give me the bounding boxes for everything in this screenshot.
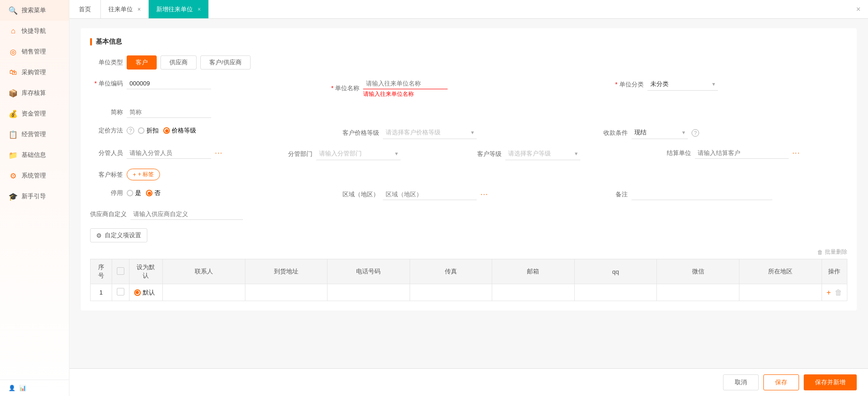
customer-level-select[interactable]: 请选择客户等级 ▾ bbox=[505, 148, 580, 160]
unit-name-input[interactable] bbox=[363, 78, 448, 89]
btn-supplier[interactable]: 供应商 bbox=[160, 55, 197, 70]
region-more-icon[interactable]: ··· bbox=[480, 190, 488, 199]
th-phone: 电话号码 bbox=[327, 259, 410, 284]
add-row-icon[interactable]: + bbox=[827, 288, 831, 297]
add-tag-button[interactable]: + + 标签 bbox=[127, 169, 160, 180]
save-new-button[interactable]: 保存并新增 bbox=[804, 374, 857, 390]
table-header-row: 序号 设为默认 联系人 到货地址 电话号码 传真 邮箱 qq 微信 所在地区 操… bbox=[91, 259, 847, 284]
unit-name-label: 单位名称 bbox=[327, 84, 359, 93]
sidebar-item-label: 新手引导 bbox=[22, 192, 46, 201]
email-input[interactable] bbox=[497, 289, 570, 296]
batch-delete-area: 🗑 批量删除 bbox=[90, 248, 847, 256]
td-qq[interactable] bbox=[574, 284, 657, 301]
supplier-custom-input[interactable] bbox=[130, 209, 243, 220]
chevron-down-icon3: ▾ bbox=[682, 129, 685, 136]
contact-input[interactable] bbox=[168, 289, 240, 296]
settlement-more-icon[interactable]: ··· bbox=[792, 149, 800, 157]
sidebar-item-basic[interactable]: 📁 基础信息 bbox=[0, 145, 69, 165]
tab-new-contact[interactable]: 新增往来单位 × bbox=[149, 0, 209, 18]
remark-input[interactable] bbox=[632, 189, 772, 200]
customer-level-placeholder: 请选择客户等级 bbox=[508, 149, 573, 158]
unit-name-error: 请输入往来单位名称 bbox=[363, 90, 448, 98]
row-default-label: 默认 bbox=[143, 288, 155, 297]
sidebar-item-operations[interactable]: 📋 经营管理 bbox=[0, 124, 69, 145]
sidebar-item-quicknav[interactable]: ⌂ 快捷导航 bbox=[0, 21, 69, 41]
radio-discount-circle bbox=[138, 127, 145, 134]
tab-contacts[interactable]: 往来单位 × bbox=[101, 0, 149, 18]
row-checkbox[interactable] bbox=[117, 288, 124, 295]
payment-help-icon[interactable]: ? bbox=[692, 129, 699, 137]
form-item-unit-code: 单位编码 bbox=[90, 78, 327, 89]
sidebar-item-inventory[interactable]: 📦 库存核算 bbox=[0, 83, 69, 103]
td-fax[interactable] bbox=[410, 284, 492, 301]
row-action-icons: + 🗑 bbox=[827, 288, 842, 297]
manager-input[interactable] bbox=[127, 148, 211, 159]
form-item-manager: 分管人员 ··· bbox=[90, 148, 280, 159]
row-supplier-custom: 供应商自定义 bbox=[90, 209, 847, 220]
tab-home[interactable]: 首页 bbox=[69, 0, 101, 18]
wechat-input[interactable] bbox=[662, 289, 734, 296]
td-contact[interactable] bbox=[163, 284, 245, 301]
form-item-short-name: 简称 bbox=[90, 107, 847, 118]
sidebar-item-search[interactable]: 🔍 搜索菜单 bbox=[0, 0, 69, 21]
pricing-help-icon[interactable]: ? bbox=[127, 127, 134, 134]
batch-delete-label[interactable]: 批量删除 bbox=[825, 248, 847, 256]
fax-input[interactable] bbox=[415, 289, 487, 296]
sidebar-item-purchase[interactable]: 🛍 采购管理 bbox=[0, 62, 69, 83]
form-item-customer-price: 客户价格等级 请选择客户价格等级 ▾ bbox=[343, 126, 595, 139]
td-address[interactable] bbox=[245, 284, 327, 301]
td-region[interactable] bbox=[739, 284, 822, 301]
settlement-input[interactable] bbox=[695, 148, 789, 159]
tab-contacts-close[interactable]: × bbox=[137, 6, 141, 13]
delete-row-icon[interactable]: 🗑 bbox=[835, 288, 842, 297]
td-email[interactable] bbox=[492, 284, 575, 301]
form-item-disable: 停用 是 否 bbox=[90, 189, 343, 197]
unit-category-select[interactable]: 未分类 ▾ bbox=[647, 78, 718, 91]
radio-discount[interactable]: 折扣 bbox=[138, 126, 159, 135]
qq-input[interactable] bbox=[579, 289, 652, 296]
radio-yes[interactable]: 是 bbox=[127, 189, 141, 197]
window-close-button[interactable]: × bbox=[849, 5, 868, 14]
sidebar-item-sales[interactable]: ◎ 销售管理 bbox=[0, 41, 69, 62]
dept-select[interactable]: 请输入分管部门 ▾ bbox=[316, 148, 401, 160]
save-button[interactable]: 保存 bbox=[763, 374, 799, 390]
radio-price-level[interactable]: 价格等级 bbox=[163, 126, 196, 135]
sidebar-item-finance[interactable]: 💰 资金管理 bbox=[0, 103, 69, 124]
region-label: 区域（地区） bbox=[343, 190, 379, 199]
row-default-radio[interactable]: 默认 bbox=[134, 288, 158, 297]
th-contact: 联系人 bbox=[163, 259, 245, 284]
sidebar-item-system[interactable]: ⚙ 系统管理 bbox=[0, 165, 69, 186]
tab-new-contact-close[interactable]: × bbox=[198, 6, 201, 13]
basic-icon: 📁 bbox=[8, 150, 18, 160]
unit-code-input[interactable] bbox=[127, 78, 211, 89]
phone-input[interactable] bbox=[332, 289, 405, 296]
btn-customer[interactable]: 客户 bbox=[127, 55, 157, 70]
content-area: 基本信息 单位类型 客户 供应商 客户/供应商 单位编码 单位名称 bbox=[69, 19, 868, 368]
payment-terms-select[interactable]: 现结 ▾ bbox=[632, 126, 688, 139]
tag-label: 客户标签 bbox=[90, 171, 123, 179]
row-region-input[interactable] bbox=[744, 289, 817, 296]
customer-price-label: 客户价格等级 bbox=[343, 129, 379, 137]
radio-no-label: 否 bbox=[154, 189, 160, 197]
address-input[interactable] bbox=[250, 289, 323, 296]
unit-name-wrap: 请输入往来单位名称 bbox=[363, 78, 448, 98]
cancel-button[interactable]: 取消 bbox=[723, 374, 759, 390]
region-input[interactable] bbox=[383, 189, 477, 200]
header-checkbox[interactable] bbox=[117, 267, 124, 275]
customer-price-select[interactable]: 请选择客户价格等级 ▾ bbox=[383, 126, 477, 139]
td-no: 1 bbox=[91, 284, 112, 301]
btn-both[interactable]: 客户/供应商 bbox=[200, 55, 251, 70]
row-default-circle bbox=[134, 289, 141, 296]
radio-price-level-circle bbox=[163, 127, 170, 134]
custom-settings-button[interactable]: ⚙ 自定义项设置 bbox=[90, 228, 147, 242]
short-name-input[interactable] bbox=[127, 107, 211, 118]
td-wechat[interactable] bbox=[657, 284, 739, 301]
sidebar-item-guide[interactable]: 🎓 新手引导 bbox=[0, 186, 69, 207]
finance-icon: 💰 bbox=[8, 109, 18, 118]
radio-no[interactable]: 否 bbox=[146, 189, 160, 197]
settings-icon: ⚙ bbox=[96, 232, 102, 239]
dept-placeholder: 请输入分管部门 bbox=[319, 149, 393, 158]
manager-more-icon[interactable]: ··· bbox=[215, 149, 222, 157]
radio-discount-label: 折扣 bbox=[146, 126, 159, 135]
td-phone[interactable] bbox=[327, 284, 410, 301]
